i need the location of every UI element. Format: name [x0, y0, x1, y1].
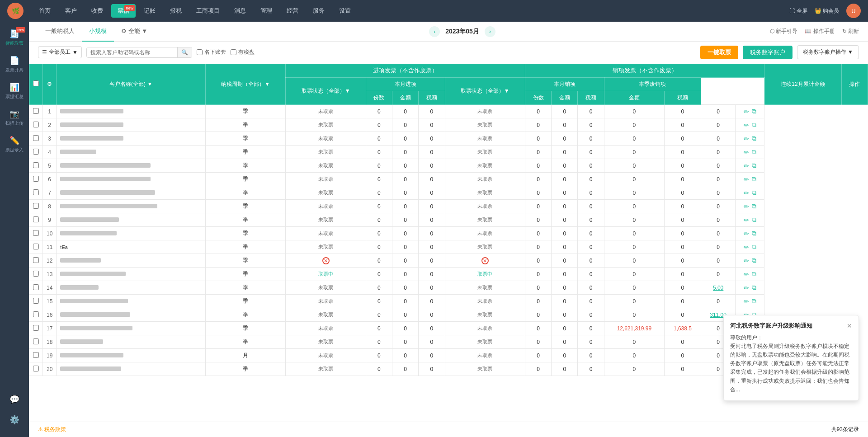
copy-icon[interactable]: ⧉ [752, 243, 756, 251]
row-checkbox[interactable] [29, 295, 43, 308]
checkbox-account-input[interactable] [197, 49, 203, 55]
checkbox-taxdisk-input[interactable] [231, 49, 236, 55]
row-checkbox-input[interactable] [33, 230, 39, 236]
row-checkbox-input[interactable] [33, 216, 39, 222]
row-checkbox-input[interactable] [33, 203, 39, 209]
row-checkbox[interactable] [29, 227, 43, 240]
copy-icon[interactable]: ⧉ [752, 297, 756, 305]
sidebar-item-open-invoice[interactable]: 📄 发票开具 [2, 52, 27, 77]
nav-customer[interactable]: 客户 [59, 4, 83, 18]
row-checkbox[interactable] [29, 308, 43, 322]
edit-icon[interactable]: ✏ [744, 135, 749, 142]
nav-home[interactable]: 首页 [33, 4, 57, 18]
row-checkbox-input[interactable] [33, 162, 39, 168]
refresh-button[interactable]: ↻ 刷新 [842, 28, 859, 35]
tab-all[interactable]: ♻ 全能 ▼ [114, 22, 155, 42]
period-next-button[interactable]: › [485, 26, 495, 37]
period-prev-button[interactable]: ‹ [429, 26, 440, 37]
nav-business[interactable]: 工商项目 [190, 4, 226, 18]
edit-icon[interactable]: ✏ [744, 244, 749, 251]
row-checkbox-input[interactable] [33, 189, 39, 195]
row-checkbox[interactable] [29, 335, 43, 349]
one-click-invoice-button[interactable]: 一键取票 [700, 46, 738, 59]
tab-small[interactable]: 小规模 [82, 22, 114, 42]
vip-button[interactable]: 👑 购会员 [815, 7, 839, 15]
sidebar-item-config[interactable]: ⚙️ [2, 411, 27, 430]
copy-icon[interactable]: ⧉ [752, 284, 756, 291]
row-checkbox-input[interactable] [33, 135, 39, 141]
row-checkbox-input[interactable] [33, 257, 39, 263]
copy-icon[interactable]: ⧉ [752, 135, 756, 142]
edit-icon[interactable]: ✏ [744, 230, 749, 237]
edit-icon[interactable]: ✏ [744, 176, 749, 183]
tax-policy-link[interactable]: 税务政策 [38, 426, 66, 433]
search-box[interactable]: 🔍 [86, 47, 192, 58]
row-checkbox-input[interactable] [33, 311, 39, 317]
nav-invoice[interactable]: 票据 new [111, 4, 136, 18]
row-checkbox-input[interactable] [33, 149, 39, 155]
row-checkbox-input[interactable] [33, 122, 39, 127]
row-checkbox-input[interactable] [33, 244, 39, 249]
checkbox-taxdisk[interactable]: 有税盘 [231, 48, 255, 56]
row-checkbox[interactable] [29, 200, 43, 213]
copy-icon[interactable]: ⧉ [752, 108, 756, 115]
sidebar-item-summary[interactable]: 📊 票据汇总 [2, 79, 27, 103]
sidebar-item-entry[interactable]: ✏️ 票据录入 [2, 132, 27, 157]
edit-icon[interactable]: ✏ [744, 149, 749, 156]
copy-icon[interactable]: ⧉ [752, 257, 756, 264]
row-checkbox[interactable] [29, 105, 43, 118]
nav-business2[interactable]: 经营 [280, 4, 305, 18]
row-checkbox[interactable] [29, 281, 43, 295]
tax-digital-account-ops-button[interactable]: 税务数字账户操作 ▼ [797, 45, 859, 59]
edit-icon[interactable]: ✏ [744, 122, 749, 129]
sidebar-item-scan[interactable]: 📷 扫描上传 [2, 105, 27, 130]
row-checkbox-input[interactable] [33, 352, 39, 358]
tax-digital-account-button[interactable]: 税务数字账户 [743, 46, 793, 59]
copy-icon[interactable]: ⧉ [752, 202, 756, 210]
row-checkbox[interactable] [29, 240, 43, 254]
nav-message[interactable]: 消息 [228, 4, 252, 18]
search-button[interactable]: 🔍 [177, 47, 192, 57]
search-input[interactable] [87, 47, 177, 57]
row-checkbox[interactable] [29, 186, 43, 200]
nav-manage[interactable]: 管理 [254, 4, 278, 18]
sidebar-item-chat[interactable]: 💬 [2, 391, 27, 409]
row-checkbox-input[interactable] [33, 108, 39, 114]
copy-icon[interactable]: ⧉ [752, 230, 756, 237]
select-all-checkbox[interactable] [33, 80, 39, 86]
guide-button[interactable]: ⬡ 新手引导 [770, 28, 797, 35]
row-checkbox[interactable] [29, 213, 43, 227]
row-checkbox[interactable] [29, 254, 43, 268]
nav-settings[interactable]: 设置 [333, 4, 357, 18]
row-checkbox-input[interactable] [33, 298, 39, 304]
employee-filter[interactable]: ☰ 全部员工 ▼ [38, 46, 82, 58]
copy-icon[interactable]: ⧉ [752, 175, 756, 183]
tab-general[interactable]: 一般纳税人 [38, 22, 82, 42]
copy-icon[interactable]: ⧉ [752, 189, 756, 197]
row-checkbox[interactable] [29, 268, 43, 281]
copy-icon[interactable]: ⧉ [752, 216, 756, 224]
row-checkbox-input[interactable] [33, 338, 39, 344]
row-checkbox-input[interactable] [33, 366, 39, 371]
user-avatar[interactable]: U [846, 4, 861, 18]
edit-icon[interactable]: ✏ [744, 189, 749, 197]
copy-icon[interactable]: ⧉ [752, 148, 756, 156]
row-checkbox-input[interactable] [33, 271, 39, 277]
row-checkbox[interactable] [29, 118, 43, 132]
nav-service[interactable]: 服务 [307, 4, 331, 18]
edit-icon[interactable]: ✏ [744, 162, 749, 169]
row-checkbox-input[interactable] [33, 176, 39, 182]
edit-icon[interactable]: ✏ [744, 203, 749, 210]
popup-close-button[interactable]: ✕ [847, 322, 852, 329]
row-checkbox[interactable] [29, 173, 43, 186]
row-checkbox-input[interactable] [33, 325, 39, 331]
row-checkbox[interactable] [29, 322, 43, 335]
copy-icon[interactable]: ⧉ [752, 162, 756, 169]
nav-fee[interactable]: 收费 [85, 4, 109, 18]
nav-bookkeeping[interactable]: 记账 [137, 4, 162, 18]
edit-icon[interactable]: ✏ [744, 298, 749, 305]
row-checkbox[interactable] [29, 362, 43, 376]
edit-icon[interactable]: ✏ [744, 216, 749, 224]
edit-icon[interactable]: ✏ [744, 271, 749, 278]
copy-icon[interactable]: ⧉ [752, 270, 756, 278]
